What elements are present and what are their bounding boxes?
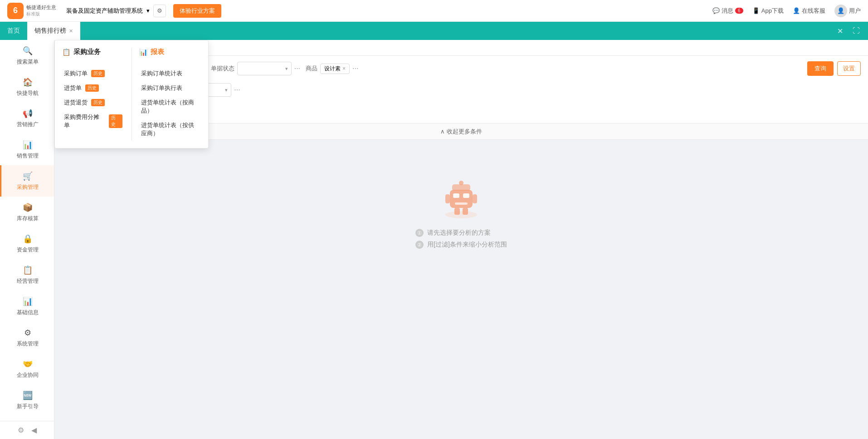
sidebar-label-sales: 销售管理 xyxy=(17,152,39,160)
sidebar-collapse-icon[interactable]: ◀ xyxy=(31,426,37,434)
report-2-label: 采购订单执行表 xyxy=(141,84,182,92)
dropdown-purchase-order[interactable]: 采购订单 历史 xyxy=(62,66,124,81)
sidebar-item-inventory[interactable]: 📦 库存核算 xyxy=(0,197,54,228)
svg-rect-8 xyxy=(463,208,468,215)
dropdown-purchase-title: 📋 采购业务 xyxy=(62,48,124,60)
goods-chip-close[interactable]: × xyxy=(342,65,346,72)
sidebar-label-inventory: 库存核算 xyxy=(17,215,39,222)
sidebar-item-guide[interactable]: 🆕 新手引导 xyxy=(0,385,54,416)
sidebar-item-base[interactable]: 📊 基础信息 xyxy=(0,291,54,322)
search-icon: 🔍 xyxy=(22,45,33,56)
logo-area: 6 畅捷通好生意 标准版 xyxy=(7,3,62,19)
sidebar-item-sales[interactable]: 📊 销售管理 xyxy=(0,134,54,165)
header-right: 💬 消息 6 📱 App下载 👤 在线客服 👤 用户 xyxy=(712,5,861,17)
dropdown-report-2[interactable]: 采购订单执行表 xyxy=(139,81,201,95)
sidebar: 🔍 搜索菜单 🏠 快捷导航 📢 营销推广 📊 销售管理 🛒 采购管理 📦 库存核… xyxy=(0,40,54,439)
messages-action[interactable]: 💬 消息 6 xyxy=(712,7,743,15)
sidebar-item-corp[interactable]: 🤝 企业协同 xyxy=(0,353,54,385)
top-header: 6 畅捷通好生意 标准版 装备及固定资产辅助管理系统 ▾ ⚙ 体验行业方案 💬 … xyxy=(0,0,868,22)
query-btn[interactable]: 查询 xyxy=(807,61,834,76)
tab-bar-right: ✕ ⛶ xyxy=(834,25,868,37)
dropdown-report-3[interactable]: 进货单统计表（按商品） xyxy=(139,95,201,118)
doc-status-dots[interactable]: ··· xyxy=(294,64,300,73)
purchase-col-icon: 📋 xyxy=(62,48,71,56)
empty-dot-2: ② xyxy=(415,241,424,249)
svg-rect-3 xyxy=(463,193,469,198)
dropdown-divider xyxy=(132,48,132,141)
logo-icon: 6 xyxy=(7,3,24,19)
dropdown-report-4[interactable]: 进货单统计表（按供应商） xyxy=(139,118,201,141)
sidebar-settings-icon[interactable]: ⚙ xyxy=(18,426,24,434)
tab-sales-rank[interactable]: 销售排行榜 ✕ xyxy=(27,22,80,40)
dropdown-stock-in[interactable]: 进货单 历史 xyxy=(62,81,124,95)
empty-msg-2: ② 用[过滤]条件来缩小分析范围 xyxy=(415,241,507,249)
purchase-expense-hist: 历史 xyxy=(109,114,122,128)
sidebar-bottom: ⚙ ◀ xyxy=(0,421,54,439)
sidebar-label-purchase: 采购管理 xyxy=(17,183,39,191)
svg-point-0 xyxy=(445,211,477,218)
settings-btn[interactable]: ⚙ xyxy=(153,5,166,17)
sidebar-item-search[interactable]: 🔍 搜索菜单 xyxy=(0,40,54,71)
sidebar-item-nav[interactable]: 🏠 快捷导航 xyxy=(0,71,54,103)
svg-rect-7 xyxy=(454,208,460,215)
svg-rect-4 xyxy=(455,202,468,205)
tab-home-label: 首页 xyxy=(7,27,20,35)
doc-status-select-wrap xyxy=(237,62,292,75)
brand-name: 畅捷通好生意 xyxy=(26,4,56,10)
tab-home[interactable]: 首页 xyxy=(0,22,27,40)
report-3-label: 进货单统计表（按商品） xyxy=(141,99,200,115)
guide-icon: 🆕 xyxy=(22,390,33,401)
svg-rect-5 xyxy=(445,194,450,203)
salesperson-dots[interactable]: ··· xyxy=(234,86,240,94)
goods-label: 商品 xyxy=(306,64,317,73)
sidebar-item-ops[interactable]: 📋 经营管理 xyxy=(0,259,54,291)
sidebar-item-marketing[interactable]: 📢 营销推广 xyxy=(0,103,54,134)
message-icon: 💬 xyxy=(712,7,720,14)
reports-col-label: 报表 xyxy=(151,48,164,56)
app-download-label: App下载 xyxy=(761,7,784,15)
goods-dots[interactable]: ··· xyxy=(352,64,358,73)
avatar: 👤 xyxy=(834,5,847,17)
svg-rect-2 xyxy=(453,193,459,198)
sidebar-label-corp: 企业协同 xyxy=(17,371,39,379)
sidebar-item-purchase[interactable]: 🛒 采购管理 xyxy=(0,165,54,197)
dropdown-report-1[interactable]: 采购订单统计表 xyxy=(139,66,201,81)
brand-edition: 标准版 xyxy=(26,11,56,17)
dropdown-reports-col: 📊 报表 采购订单统计表 采购订单执行表 进货单统计表（按商品） 进货单统计表（… xyxy=(139,48,201,141)
purchase-order-label: 采购订单 xyxy=(64,69,88,78)
empty-state: ① 请先选择要分析的方案 ② 用[过滤]条件来缩小分析范围 xyxy=(54,140,868,285)
empty-dot-1: ① xyxy=(415,229,424,237)
user-action[interactable]: 👤 用户 xyxy=(834,5,861,17)
app-download-action[interactable]: 📱 App下载 xyxy=(752,7,784,15)
doc-status-select[interactable] xyxy=(237,62,292,75)
tab-close-all-icon[interactable]: ✕ xyxy=(834,25,846,37)
goods-filter: 商品 设计素 × ··· xyxy=(306,64,358,74)
dropdown-stock-return[interactable]: 进货退货 历史 xyxy=(62,95,124,110)
empty-messages: ① 请先选择要分析的方案 ② 用[过滤]条件来缩小分析范围 xyxy=(415,229,507,249)
svg-rect-1 xyxy=(450,190,473,208)
sales-icon: 📊 xyxy=(22,139,33,150)
dropdown-purchase-expense[interactable]: 采购费用分摊单 历史 xyxy=(62,110,124,133)
purchase-dropdown: 📋 采购业务 采购订单 历史 进货单 历史 进货退货 历史 采购费用分摊单 历史… xyxy=(54,40,209,148)
online-service-label: 在线客服 xyxy=(802,7,825,15)
system-title-arrow[interactable]: ▾ xyxy=(146,7,150,14)
industry-button[interactable]: 体验行业方案 xyxy=(173,4,221,18)
user-label: 用户 xyxy=(849,7,861,15)
goods-chip-value: 设计素 xyxy=(324,65,341,73)
sidebar-item-finance[interactable]: 🔒 资金管理 xyxy=(0,228,54,259)
system-icon: ⚙ xyxy=(22,327,33,338)
messages-badge: 6 xyxy=(735,8,743,14)
stock-in-hist: 历史 xyxy=(85,84,99,92)
tab-close-icon[interactable]: ✕ xyxy=(69,28,73,34)
purchase-expense-label: 采购费用分摊单 xyxy=(64,113,105,129)
sidebar-label-marketing: 营销推广 xyxy=(17,121,39,128)
tab-expand-icon[interactable]: ⛶ xyxy=(850,25,863,37)
corp-icon: 🤝 xyxy=(22,359,33,370)
sidebar-label-ops: 经营管理 xyxy=(17,277,39,285)
settings-filter-btn[interactable]: 设置 xyxy=(837,61,861,76)
stock-return-hist: 历史 xyxy=(91,99,105,106)
collapse-label: 收起更多条件 xyxy=(447,128,482,136)
online-service-action[interactable]: 👤 在线客服 xyxy=(793,7,825,15)
system-title-text: 装备及固定资产辅助管理系统 xyxy=(66,7,143,15)
sidebar-item-system[interactable]: ⚙ 系统管理 xyxy=(0,322,54,353)
